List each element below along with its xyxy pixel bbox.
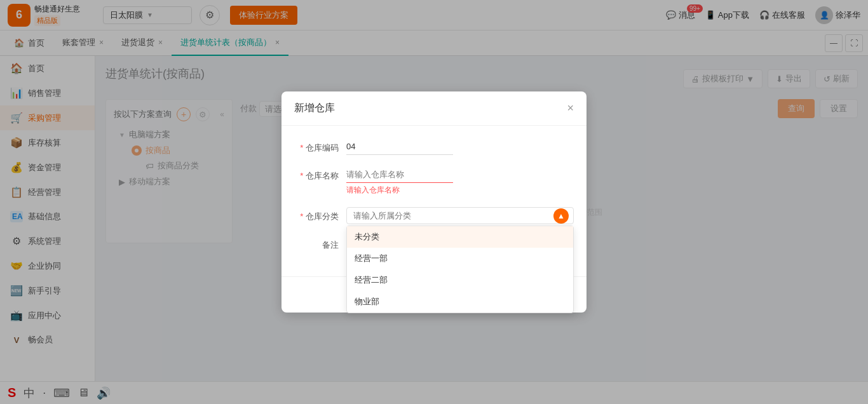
- category-input[interactable]: [346, 207, 574, 224]
- dropdown-item-property[interactable]: 物业部: [347, 291, 573, 313]
- name-field-wrap: 请输入仓库名称: [346, 166, 574, 196]
- code-required-mark: *: [300, 143, 303, 152]
- modal-header: 新增仓库 ×: [281, 91, 587, 126]
- add-warehouse-modal: 新增仓库 × * 仓库编码 * 仓库名称 请输入仓库名称: [281, 91, 587, 313]
- code-input[interactable]: [346, 138, 453, 155]
- modal-title: 新增仓库: [294, 102, 335, 115]
- code-label: * 仓库编码: [294, 138, 339, 154]
- name-field-row: * 仓库名称 请输入仓库名称: [294, 166, 574, 196]
- dropdown-item-dept1[interactable]: 经营一部: [347, 248, 573, 269]
- name-input[interactable]: [346, 166, 453, 183]
- modal-close-button[interactable]: ×: [567, 102, 574, 115]
- notes-label: 备注: [294, 236, 339, 251]
- name-required-mark: *: [300, 171, 303, 180]
- dropdown-item-uncategorized[interactable]: 未分类: [347, 226, 573, 248]
- category-dropdown: 未分类 经营一部 经营二部 物业部: [346, 226, 574, 313]
- category-required-mark: *: [300, 212, 303, 221]
- category-dropdown-toggle[interactable]: ▲: [553, 208, 569, 224]
- code-field-row: * 仓库编码: [294, 138, 574, 155]
- modal-body: * 仓库编码 * 仓库名称 请输入仓库名称 * 仓库分类: [281, 126, 587, 276]
- name-error-message: 请输入仓库名称: [346, 185, 574, 196]
- category-field-row: * 仓库分类 ▲ 未分类 经营一部 经营二部 物业部: [294, 207, 574, 224]
- category-field-wrap: ▲ 未分类 经营一部 经营二部 物业部: [346, 207, 574, 224]
- dropdown-item-dept2[interactable]: 经营二部: [347, 269, 573, 291]
- category-label: * 仓库分类: [294, 207, 339, 222]
- name-label: * 仓库名称: [294, 166, 339, 182]
- code-field-wrap: [346, 138, 574, 155]
